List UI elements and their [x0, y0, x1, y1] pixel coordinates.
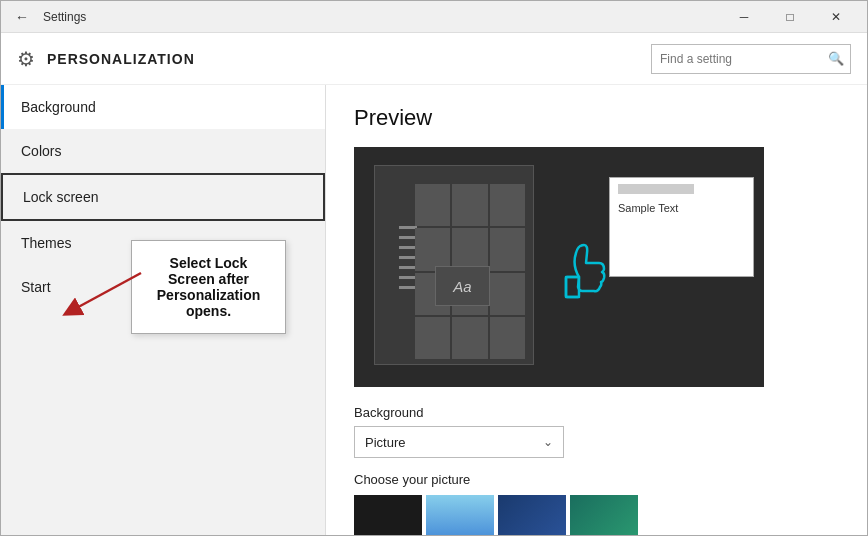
maximize-button[interactable]: □: [767, 1, 813, 33]
page-title: Preview: [354, 105, 839, 131]
grid-cell: [490, 228, 525, 270]
sidebar: Background Colors Lock screen Themes Sta…: [1, 85, 326, 536]
grid-cell: [415, 228, 450, 270]
preview-sample-titlebar: [618, 184, 694, 194]
content-area: Preview: [326, 85, 867, 536]
close-button[interactable]: ✕: [813, 1, 859, 33]
callout-text: Select Lock Screen after Personalization…: [157, 255, 260, 319]
gear-icon: ⚙: [17, 47, 35, 71]
grid-cell: [415, 184, 450, 226]
grid-cell: [490, 317, 525, 359]
sidebar-item-background[interactable]: Background: [1, 85, 325, 129]
background-dropdown[interactable]: Picture ⌄: [354, 426, 564, 458]
grid-cell: [490, 184, 525, 226]
preview-dark-window: Aa: [374, 165, 534, 365]
search-icon: 🔍: [822, 51, 850, 66]
main-layout: Background Colors Lock screen Themes Sta…: [1, 85, 867, 536]
thumbsup-icon: [544, 217, 614, 317]
picture-thumb-sky[interactable]: [426, 495, 494, 536]
chevron-down-icon: ⌄: [543, 435, 553, 449]
picture-thumb-teal[interactable]: [570, 495, 638, 536]
preview-sample-window: Sample Text: [609, 177, 754, 277]
picture-thumb-dark[interactable]: [354, 495, 422, 536]
app-header: ⚙ PERSONALIZATION 🔍: [1, 33, 867, 85]
grid-cell: [490, 273, 525, 315]
window-controls: ─ □ ✕: [721, 1, 859, 33]
title-bar-left: ← Settings: [9, 7, 86, 27]
preview-aa-text: Aa: [435, 266, 490, 306]
preview-box: Aa: [354, 147, 764, 387]
search-box[interactable]: 🔍: [651, 44, 851, 74]
preview-thumbsup: [539, 207, 619, 327]
grid-cell: [452, 184, 487, 226]
window-title: Settings: [43, 10, 86, 24]
callout-box: Select Lock Screen after Personalization…: [131, 240, 286, 334]
picture-thumbnails: [354, 495, 839, 536]
header-left: ⚙ PERSONALIZATION: [17, 47, 195, 71]
grid-cell: [452, 228, 487, 270]
background-dropdown-value: Picture: [365, 435, 405, 450]
back-button[interactable]: ←: [9, 7, 35, 27]
sidebar-item-colors[interactable]: Colors: [1, 129, 325, 173]
grid-cell: [415, 317, 450, 359]
picture-thumb-darkblue[interactable]: [498, 495, 566, 536]
grid-cell: [452, 317, 487, 359]
background-label: Background: [354, 405, 839, 420]
minimize-button[interactable]: ─: [721, 1, 767, 33]
choose-picture-label: Choose your picture: [354, 472, 839, 487]
sidebar-item-lock-screen[interactable]: Lock screen: [1, 173, 325, 221]
preview-sample-text: Sample Text: [618, 202, 745, 214]
app-title: PERSONALIZATION: [47, 51, 195, 67]
search-input[interactable]: [652, 45, 822, 73]
title-bar: ← Settings ─ □ ✕: [1, 1, 867, 33]
